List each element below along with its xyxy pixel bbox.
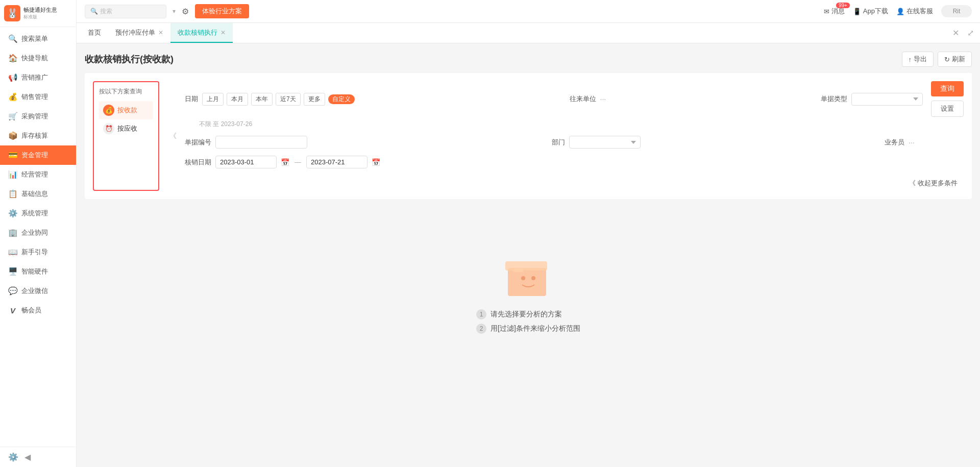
hardware-icon: 🖥️ [8,267,17,276]
quick-nav-icon: 🏠 [8,54,17,63]
topbar-solution-btn[interactable]: 体验行业方案 [195,4,249,18]
date-btn-last-month[interactable]: 上月 [202,93,224,106]
empty-illustration [498,240,559,301]
filter-salesperson-field: 业务员 ··· [885,138,915,147]
empty-hint-1: 1 请先选择要分析的方案 [476,309,580,319]
tab-prepay[interactable]: 预付冲应付单 ✕ [108,23,170,43]
tab-prepay-label: 预付冲应付单 [115,28,155,37]
filter-option-by-receivable[interactable]: ⏰ 按应收 [99,119,153,138]
date-btn-this-month[interactable]: 本月 [227,93,248,106]
sidebar-item-label: 采购管理 [21,112,48,121]
date-btn-this-year[interactable]: 本年 [251,93,273,106]
tab-receivable-close-icon[interactable]: ✕ [220,29,226,36]
settings-btn[interactable]: 设置 [931,101,964,117]
collapse-sidebar-icon[interactable]: ◀ [24,452,31,462]
sidebar-item-purchase[interactable]: 🛒 采购管理 [0,107,76,126]
more-conditions-btn[interactable]: 《 收起更多条件 [903,176,964,191]
service-icon: 👤 [896,8,904,15]
topbar-online-service-btn[interactable]: 👤 在线客服 [896,7,933,16]
tab-home[interactable]: 首页 [81,23,108,43]
date-separator: — [295,158,301,166]
sidebar-item-label: 智能硬件 [21,267,48,276]
sidebar-item-operations[interactable]: 📊 经营管理 [0,165,76,184]
topbar-app-download-btn[interactable]: 📱 App下载 [853,7,888,16]
sidebar-item-inventory[interactable]: 📦 库存核算 [0,126,76,145]
verify-date-end-calendar-icon[interactable]: 📅 [372,158,380,166]
page-title: 收款核销执行(按收款) [85,53,174,65]
date-no-limit-text: 不限 至 2023-07-26 [199,120,964,129]
topbar-right: ✉ 消息 99+ 📱 App下载 👤 在线客服 Rit [824,5,972,17]
sidebar-item-basic-info[interactable]: 📋 基础信息 [0,184,76,204]
dept-select[interactable] [569,136,641,149]
sidebar-item-search-menu[interactable]: 🔍 搜索菜单 [0,29,76,48]
sidebar-item-member[interactable]: V 畅会员 [0,301,76,320]
tab-prepay-close-icon[interactable]: ✕ [158,29,163,36]
query-btn[interactable]: 查询 [931,81,964,96]
sidebar-item-guide[interactable]: 📖 新手引导 [0,242,76,262]
verify-date-end-input[interactable] [306,156,368,168]
sidebar-item-label: 经营管理 [21,170,48,179]
sales-icon: 💰 [8,92,17,102]
topbar-chevron-icon[interactable]: ▾ [173,8,176,15]
sidebar-item-funds[interactable]: 💳 资金管理 [0,145,76,165]
user-avatar[interactable]: Rit [941,5,972,17]
by-receivable-label: 按应收 [117,124,137,133]
by-receipt-label: 按收款 [117,106,137,115]
tabbar-controls: ✕ ⤢ [950,23,976,43]
topbar-gear-icon[interactable]: ⚙ [182,7,189,16]
topbar-search-box[interactable]: 🔍 搜索 [85,5,166,18]
sidebar-logo: 🐰 畅捷通好生意 标准版 [0,0,76,27]
filter-doc-type-field: 单据类型 [821,93,923,106]
tab-close-all-icon[interactable]: ✕ [950,26,961,40]
sidebar-item-system[interactable]: ⚙️ 系统管理 [0,204,76,223]
sidebar-item-label: 搜索菜单 [21,34,48,43]
sidebar-item-label: 营销推广 [21,73,48,82]
counterparty-more-icon[interactable]: ··· [600,95,606,103]
refresh-btn[interactable]: ↻ 刷新 [938,52,972,67]
doc-no-input[interactable] [215,136,307,149]
sidebar-item-wechat[interactable]: 💬 企业微信 [0,281,76,301]
purchase-icon: 🛒 [8,112,17,121]
filter-row-2: 单据编号 部门 业务员 ··· [185,136,964,149]
filter-collapse-btn[interactable]: 《 [169,81,177,191]
guide-icon: 📖 [8,248,17,257]
sidebar-item-quick-nav[interactable]: 🏠 快捷导航 [0,48,76,68]
date-field-label: 日期 [185,94,198,104]
sidebar-item-hardware[interactable]: 🖥️ 智能硬件 [0,262,76,281]
date-btn-7days[interactable]: 近7天 [276,93,301,106]
topbar-message-btn[interactable]: ✉ 消息 99+ [824,7,845,16]
settings-bottom-icon[interactable]: ⚙️ [8,452,18,462]
verify-date-start-input[interactable] [215,156,277,168]
tab-expand-icon[interactable]: ⤢ [965,26,976,40]
empty-hint-1-text: 请先选择要分析的方案 [491,310,562,319]
doc-type-select[interactable] [851,93,923,106]
sidebar-item-label: 资金管理 [21,151,48,160]
salesperson-more-icon[interactable]: ··· [909,138,915,146]
sidebar-item-label: 销售管理 [21,92,48,102]
refresh-icon: ↻ [944,56,950,63]
tabbar: 首页 预付冲应付单 ✕ 收款核销执行 ✕ ✕ ⤢ [77,23,980,43]
sidebar-item-enterprise[interactable]: 🏢 企业协同 [0,223,76,242]
doc-no-label: 单据编号 [185,138,211,147]
collapse-icon: 《 [909,179,916,188]
sidebar-item-marketing[interactable]: 📢 营销推广 [0,68,76,87]
sidebar-item-label: 企业微信 [21,286,48,296]
filter-option-by-receipt[interactable]: 💰 按收款 [99,101,153,119]
svg-point-3 [521,276,525,280]
filter-date-field: 日期 上月 本月 本年 近7天 更多 自定义 [185,93,355,106]
sidebar-item-sales[interactable]: 💰 销售管理 [0,87,76,107]
tab-receivable-label: 收款核销执行 [178,28,217,37]
message-badge: 99+ [836,3,850,8]
verify-date-start-calendar-icon[interactable]: 📅 [281,158,289,166]
filter-sidebar-title: 按以下方案查询 [99,87,153,96]
filter-panel: 按以下方案查询 💰 按收款 ⏰ 按应收 《 日期 [85,73,972,199]
tab-receivable[interactable]: 收款核销执行 ✕ [170,23,233,43]
salesperson-label: 业务员 [885,138,904,147]
by-receivable-icon: ⏰ [103,123,114,134]
filter-verify-date-field: 核销日期 📅 — 📅 [185,156,380,168]
empty-hints: 1 请先选择要分析的方案 2 用[过滤]条件来缩小分析范围 [476,309,580,334]
main-area: 🔍 搜索 ▾ ⚙ 体验行业方案 ✉ 消息 99+ 📱 App下载 👤 在线客服 … [77,0,980,467]
export-btn[interactable]: ↑ 导出 [902,52,934,67]
date-btn-more[interactable]: 更多 [304,93,325,106]
sidebar: 🐰 畅捷通好生意 标准版 🔍 搜索菜单 🏠 快捷导航 📢 营销推广 💰 销售管理… [0,0,77,467]
